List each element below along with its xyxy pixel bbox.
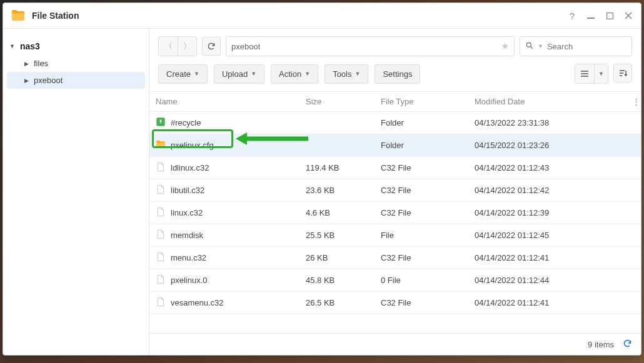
- tree-item-files[interactable]: ▶ files: [3, 55, 149, 72]
- file-modified: 04/14/2022 01:12:41: [468, 293, 626, 312]
- file-name: vesamenu.c32: [171, 298, 224, 307]
- table-row[interactable]: vesamenu.c3226.5 KBC32 File04/14/2022 01…: [149, 292, 641, 314]
- file-size: 26.5 KB: [299, 293, 375, 312]
- file-modified: 04/14/2022 01:12:42: [468, 181, 626, 200]
- file-type: 0 File: [375, 271, 468, 290]
- search-dropdown-icon[interactable]: ▼: [538, 43, 543, 49]
- table-row[interactable]: libutil.c3223.6 KBC32 File04/14/2022 01:…: [149, 179, 641, 202]
- file-type: C32 File: [375, 203, 468, 222]
- file-type: C32 File: [375, 181, 468, 200]
- item-count: 9 items: [588, 340, 614, 349]
- tree-root-label: nas3: [20, 41, 40, 51]
- close-button[interactable]: [623, 11, 633, 21]
- favorite-star-icon[interactable]: ★: [501, 41, 509, 52]
- help-button[interactable]: ?: [567, 11, 577, 21]
- file-modified: 04/15/2022 01:23:26: [468, 136, 626, 155]
- tree-root[interactable]: ▼ nas3: [3, 37, 149, 55]
- settings-button[interactable]: Settings: [375, 64, 420, 84]
- table-row[interactable]: memdisk25.5 KBFile04/14/2022 01:12:45: [149, 224, 641, 247]
- caret-down-icon: ▼: [251, 71, 256, 77]
- file-name: libutil.c32: [171, 186, 204, 195]
- file-size: [299, 141, 375, 151]
- action-toolbar: Create▼ Upload▼ Action▼ Tools▼ Settings …: [149, 61, 641, 91]
- sort-button[interactable]: [613, 64, 632, 82]
- col-header-menu[interactable]: ⋮: [626, 92, 641, 111]
- col-header-name[interactable]: Name: [149, 92, 299, 111]
- view-dropdown-button[interactable]: ▼: [594, 64, 608, 83]
- file-modified: 04/14/2022 01:12:39: [468, 203, 626, 222]
- file-type: C32 File: [375, 293, 468, 312]
- table-body: #recycleFolder04/13/2022 23:31:38pxelinu…: [149, 112, 641, 314]
- view-mode-group: ▼: [575, 64, 608, 84]
- svg-point-2: [526, 42, 531, 47]
- col-header-type[interactable]: File Type: [375, 92, 468, 111]
- file-modified: 04/13/2022 23:31:38: [468, 113, 626, 132]
- list-view-button[interactable]: [575, 64, 594, 83]
- refresh-button[interactable]: [202, 37, 221, 56]
- body: ▼ nas3 ▶ files ▶ pxeboot 〈 〉: [3, 29, 641, 355]
- table-row[interactable]: pxelinux.cfgFolder04/15/2022 01:23:26: [149, 134, 641, 157]
- file-size: 23.6 KB: [299, 181, 375, 200]
- file-icon: [156, 162, 166, 174]
- main-panel: 〈 〉 ★ ▼ Create▼: [149, 29, 641, 355]
- file-name: #recycle: [171, 118, 201, 127]
- caret-down-icon: ▼: [194, 71, 199, 77]
- chevron-down-icon: ▼: [9, 43, 15, 49]
- file-size: [299, 118, 375, 128]
- col-header-modified[interactable]: Modified Date: [468, 92, 626, 111]
- col-header-size[interactable]: Size: [299, 92, 375, 111]
- table-row[interactable]: linux.c324.6 KBC32 File04/14/2022 01:12:…: [149, 202, 641, 224]
- file-name: linux.c32: [171, 208, 203, 217]
- file-icon: [156, 184, 166, 196]
- file-modified: 04/14/2022 01:12:44: [468, 271, 626, 290]
- upload-button[interactable]: Upload▼: [214, 64, 264, 84]
- chevron-right-icon: ▶: [24, 77, 29, 84]
- search-box[interactable]: ▼: [520, 36, 632, 56]
- svg-rect-0: [587, 17, 595, 19]
- file-type: File: [375, 226, 468, 245]
- table-row[interactable]: ldlinux.c32119.4 KBC32 File04/14/2022 01…: [149, 157, 641, 179]
- file-type: C32 File: [375, 248, 468, 267]
- app-title: File Station: [32, 11, 567, 21]
- maximize-button[interactable]: [605, 11, 615, 21]
- file-name: ldlinux.c32: [171, 163, 209, 172]
- file-name: pxelinux.cfg: [171, 141, 214, 150]
- window-controls: ?: [567, 11, 633, 21]
- tree-item-pxeboot[interactable]: ▶ pxeboot: [7, 72, 145, 89]
- file-icon: [156, 274, 166, 286]
- table-header: Name Size File Type Modified Date ⋮: [149, 92, 641, 112]
- path-input[interactable]: [231, 42, 501, 51]
- caret-down-icon: ▼: [304, 71, 310, 77]
- file-name: menu.c32: [171, 253, 206, 262]
- search-input[interactable]: [547, 42, 626, 51]
- table-row[interactable]: pxelinux.045.8 KB0 File04/14/2022 01:12:…: [149, 269, 641, 292]
- file-size: 45.8 KB: [299, 271, 375, 290]
- navigation-toolbar: 〈 〉 ★ ▼: [149, 29, 641, 61]
- action-button[interactable]: Action▼: [271, 64, 318, 84]
- app-icon: [11, 8, 26, 23]
- app-window: File Station ? ▼ nas3 ▶ files ▶ pxeboot: [3, 2, 641, 356]
- create-button[interactable]: Create▼: [158, 64, 208, 84]
- file-table: Name Size File Type Modified Date ⋮ #rec…: [149, 91, 641, 333]
- file-type: C32 File: [375, 158, 468, 177]
- table-row[interactable]: #recycleFolder04/13/2022 23:31:38: [149, 112, 641, 134]
- back-button[interactable]: 〈: [159, 37, 178, 56]
- file-icon: [156, 207, 166, 219]
- file-size: 25.5 KB: [299, 226, 375, 245]
- titlebar: File Station ?: [3, 3, 641, 29]
- chevron-right-icon: ▶: [24, 61, 29, 67]
- file-icon: [156, 229, 166, 241]
- minimize-button[interactable]: [586, 11, 596, 21]
- sidebar: ▼ nas3 ▶ files ▶ pxeboot: [3, 29, 149, 355]
- statusbar: 9 items: [149, 333, 641, 355]
- table-row[interactable]: menu.c3226 KBC32 File04/14/2022 01:12:41: [149, 247, 641, 269]
- status-refresh-button[interactable]: [623, 339, 632, 350]
- svg-rect-1: [606, 12, 613, 19]
- path-box[interactable]: ★: [226, 36, 515, 56]
- tools-button[interactable]: Tools▼: [325, 64, 368, 84]
- file-size: 119.4 KB: [299, 158, 375, 177]
- file-name: memdisk: [171, 231, 203, 240]
- folder-icon: [156, 139, 166, 151]
- file-icon: [156, 252, 166, 264]
- forward-button[interactable]: 〉: [178, 37, 196, 56]
